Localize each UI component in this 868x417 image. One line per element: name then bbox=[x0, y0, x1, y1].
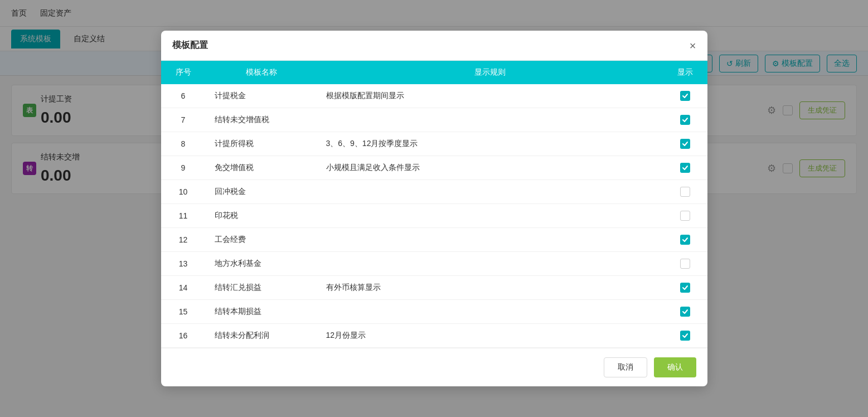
row-id-9: 9 bbox=[161, 156, 206, 180]
row-name-11: 印花税 bbox=[206, 204, 317, 228]
row-checkbox-16[interactable] bbox=[672, 331, 699, 341]
table-header-row: 序号 模板名称 显示规则 显示 bbox=[161, 61, 707, 84]
row-checkbox-14[interactable] bbox=[672, 283, 699, 293]
row-id-15: 15 bbox=[161, 300, 206, 324]
row-id-12: 12 bbox=[161, 228, 206, 252]
row-id-10: 10 bbox=[161, 180, 206, 204]
row-checkbox-11[interactable] bbox=[672, 211, 699, 221]
row-id-7: 7 bbox=[161, 108, 206, 132]
row-id-13: 13 bbox=[161, 252, 206, 276]
row-rule-6: 根据模版配置期间显示 bbox=[317, 84, 663, 108]
row-checkbox-cell-13 bbox=[663, 252, 707, 276]
cancel-button[interactable]: 取消 bbox=[604, 357, 647, 377]
row-id-8: 8 bbox=[161, 132, 206, 156]
row-name-15: 结转本期损益 bbox=[206, 300, 317, 324]
row-checkbox-6[interactable] bbox=[672, 91, 699, 101]
row-checkbox-cell-14 bbox=[663, 276, 707, 300]
row-checkbox-cell-12 bbox=[663, 228, 707, 252]
row-checkbox-10[interactable] bbox=[672, 187, 699, 197]
row-name-14: 结转汇兑损益 bbox=[206, 276, 317, 300]
table-row: 9免交增值税小规模且满足收入条件显示 bbox=[161, 156, 707, 180]
table-row: 11印花税 bbox=[161, 204, 707, 228]
table-row: 14结转汇兑损益有外币核算显示 bbox=[161, 276, 707, 300]
row-name-9: 免交增值税 bbox=[206, 156, 317, 180]
row-checkbox-13[interactable] bbox=[672, 259, 699, 269]
dialog-overlay: 模板配置 × 序号 模板名称 显示规则 显示 6计提税金根据模版配置期间 bbox=[0, 0, 868, 417]
row-name-8: 计提所得税 bbox=[206, 132, 317, 156]
row-checkbox-15[interactable] bbox=[672, 307, 699, 317]
row-checkbox-8[interactable] bbox=[672, 139, 699, 149]
col-header-rule: 显示规则 bbox=[317, 61, 663, 84]
table-row: 15结转本期损益 bbox=[161, 300, 707, 324]
row-id-6: 6 bbox=[161, 84, 206, 108]
table-row: 16结转未分配利润12月份显示 bbox=[161, 324, 707, 348]
template-table: 序号 模板名称 显示规则 显示 6计提税金根据模版配置期间显示7结转未交增值税8… bbox=[161, 61, 707, 348]
row-checkbox-cell-8 bbox=[663, 132, 707, 156]
row-rule-13 bbox=[317, 252, 663, 276]
background-page: 首页 固定资产 系统模板 自定义结 测算金额 ▶ 视频 ↺ 刷新 ⚙ 模板配置 … bbox=[0, 0, 868, 417]
row-name-6: 计提税金 bbox=[206, 84, 317, 108]
table-row: 12工会经费 bbox=[161, 228, 707, 252]
col-header-id: 序号 bbox=[161, 61, 206, 84]
table-row: 13地方水利基金 bbox=[161, 252, 707, 276]
row-rule-11 bbox=[317, 204, 663, 228]
row-checkbox-cell-9 bbox=[663, 156, 707, 180]
row-name-10: 回冲税金 bbox=[206, 180, 317, 204]
row-rule-10 bbox=[317, 180, 663, 204]
row-rule-7 bbox=[317, 108, 663, 132]
table-row: 7结转未交增值税 bbox=[161, 108, 707, 132]
row-checkbox-cell-7 bbox=[663, 108, 707, 132]
dialog-close-button[interactable]: × bbox=[690, 40, 696, 51]
row-checkbox-cell-6 bbox=[663, 84, 707, 108]
dialog-body: 序号 模板名称 显示规则 显示 6计提税金根据模版配置期间显示7结转未交增值税8… bbox=[161, 61, 707, 348]
row-checkbox-cell-15 bbox=[663, 300, 707, 324]
table-row: 10回冲税金 bbox=[161, 180, 707, 204]
row-name-7: 结转未交增值税 bbox=[206, 108, 317, 132]
confirm-button[interactable]: 确认 bbox=[654, 357, 696, 377]
row-name-13: 地方水利基金 bbox=[206, 252, 317, 276]
row-id-11: 11 bbox=[161, 204, 206, 228]
dialog-header: 模板配置 × bbox=[161, 31, 707, 61]
row-name-12: 工会经费 bbox=[206, 228, 317, 252]
table-row: 8计提所得税3、6、9、12月按季度显示 bbox=[161, 132, 707, 156]
row-id-14: 14 bbox=[161, 276, 206, 300]
row-checkbox-cell-10 bbox=[663, 180, 707, 204]
dialog-footer: 取消 确认 bbox=[161, 348, 707, 386]
row-rule-16: 12月份显示 bbox=[317, 324, 663, 348]
row-rule-9: 小规模且满足收入条件显示 bbox=[317, 156, 663, 180]
row-rule-8: 3、6、9、12月按季度显示 bbox=[317, 132, 663, 156]
col-header-name: 模板名称 bbox=[206, 61, 317, 84]
row-checkbox-cell-16 bbox=[663, 324, 707, 348]
dialog-title: 模板配置 bbox=[172, 40, 208, 51]
row-rule-15 bbox=[317, 300, 663, 324]
row-checkbox-9[interactable] bbox=[672, 163, 699, 173]
template-config-dialog: 模板配置 × 序号 模板名称 显示规则 显示 6计提税金根据模版配置期间 bbox=[161, 31, 707, 386]
row-rule-12 bbox=[317, 228, 663, 252]
row-checkbox-12[interactable] bbox=[672, 235, 699, 245]
row-checkbox-cell-11 bbox=[663, 204, 707, 228]
col-header-display: 显示 bbox=[663, 61, 707, 84]
table-row: 6计提税金根据模版配置期间显示 bbox=[161, 84, 707, 108]
row-id-16: 16 bbox=[161, 324, 206, 348]
row-name-16: 结转未分配利润 bbox=[206, 324, 317, 348]
row-checkbox-7[interactable] bbox=[672, 115, 699, 125]
row-rule-14: 有外币核算显示 bbox=[317, 276, 663, 300]
